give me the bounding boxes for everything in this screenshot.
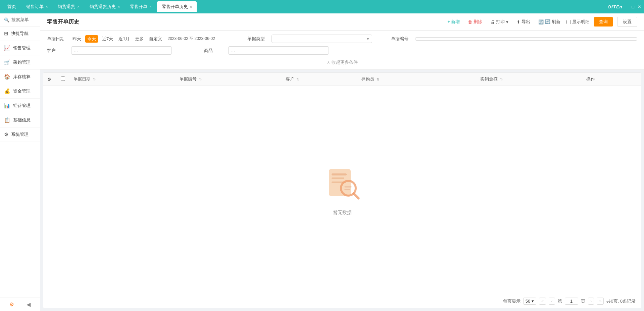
print-dropdown-icon: ▾ <box>506 19 508 24</box>
topbar-right: OfTEn − □ ✕ <box>608 4 641 9</box>
table-header-customer[interactable]: 客户 ⇅ <box>282 73 357 86</box>
date-tab-custom[interactable]: 自定义 <box>148 35 163 43</box>
last-page-btn[interactable]: » <box>597 298 604 305</box>
add-button[interactable]: + 新增 <box>445 17 462 26</box>
print-button[interactable]: 🖨 打印 ▾ <box>488 17 510 26</box>
table-header-settings[interactable]: ⚙ <box>43 73 57 86</box>
tab-sales-return-close[interactable]: × <box>77 5 79 9</box>
settings-button[interactable]: 设置 <box>617 17 637 27</box>
date-tabs: 昨天 今天 近7天 近1月 更多 自定义 2023-06-02 至 2023-0… <box>71 35 215 43</box>
collapse-bar[interactable]: ∧ 收起更多条件 <box>47 58 637 65</box>
doc-type-select[interactable]: ▾ <box>271 35 372 43</box>
filter-area: 单据日期 昨天 今天 近7天 近1月 更多 自定义 2023-06-02 至 2… <box>40 31 644 70</box>
table-header-date[interactable]: 单据日期 ⇅ <box>69 73 175 86</box>
sidebar-settings-icon[interactable]: ⚙ <box>9 301 14 308</box>
tab-retail-order[interactable]: 零售开单 × <box>125 1 156 12</box>
window-close[interactable]: ✕ <box>638 4 641 9</box>
date-tab-today[interactable]: 今天 <box>85 35 98 43</box>
sidebar-item-inventory[interactable]: 🏠 库存核算 <box>0 70 40 84</box>
prev-page-btn[interactable]: ‹ <box>549 298 555 305</box>
sidebar-item-sales-mgmt-label: 销售管理 <box>13 45 31 51</box>
export-button[interactable]: ⬆ 导出 <box>514 17 532 26</box>
sidebar-item-purchase-mgmt-label: 采购管理 <box>13 59 31 65</box>
refresh-button[interactable]: 🔄 🔄 刷新 <box>536 17 562 26</box>
tab-retail-history-close[interactable]: × <box>190 5 192 9</box>
sidebar-item-sys-mgmt-label: 系统管理 <box>11 132 29 138</box>
tab-sales-return-history[interactable]: 销货退货历史 × <box>85 1 125 12</box>
sidebar-search[interactable]: 🔍 搜索菜单 <box>0 13 40 27</box>
page-size-value: 50 <box>526 299 530 304</box>
date-filter-label: 单据日期 <box>47 36 66 42</box>
sidebar-item-sys-mgmt[interactable]: ⚙ 系统管理 <box>0 127 40 142</box>
customer-sort-icon: ⇅ <box>296 77 299 81</box>
goods-input[interactable]: ... <box>228 46 329 55</box>
page-title: 零售开单历史 <box>47 18 79 25</box>
tab-retail-order-close[interactable]: × <box>149 5 151 9</box>
main-layout: 🔍 搜索菜单 ⊞ 快捷导航 📈 销售管理 🛒 采购管理 🏠 库存核算 💰 资金管… <box>0 13 644 311</box>
sidebar-item-basic-info-label: 基础信息 <box>13 117 31 123</box>
doc-no-label: 单据编号 <box>391 36 410 42</box>
inventory-icon: 🏠 <box>4 74 10 80</box>
page-size-select[interactable]: 50 ▾ <box>523 298 536 305</box>
tab-home[interactable]: 首页 <box>3 1 21 12</box>
page-size-label: 每页显示 <box>503 298 521 304</box>
current-page-input[interactable] <box>565 298 578 305</box>
tab-retail-history[interactable]: 零售开单历史 × <box>157 1 197 12</box>
doc-no-sort-icon: ⇅ <box>199 77 202 81</box>
customer-input[interactable]: ... <box>71 46 172 55</box>
svg-rect-1 <box>332 173 347 175</box>
brand-logo: OfTEn <box>608 4 623 9</box>
sidebar-item-operation-label: 经营管理 <box>13 103 31 109</box>
table-header-action: 操作 <box>582 73 641 86</box>
select-all-checkbox[interactable] <box>61 76 65 81</box>
doc-no-input[interactable] <box>415 37 637 41</box>
date-tab-yesterday[interactable]: 昨天 <box>71 35 83 43</box>
delete-label: 删除 <box>474 19 482 25</box>
delete-button[interactable]: 🗑 删除 <box>466 17 484 26</box>
tab-sales-return-history-close[interactable]: × <box>118 5 120 9</box>
svg-rect-2 <box>332 177 344 179</box>
first-page-btn[interactable]: « <box>539 298 546 305</box>
tab-sales-order-close[interactable]: × <box>46 5 48 9</box>
goods-placeholder: ... <box>231 48 235 53</box>
tab-sales-order[interactable]: 销售订单 × <box>21 1 52 12</box>
tab-sales-return[interactable]: 销货退货 × <box>53 1 84 12</box>
table-header-amount[interactable]: 实销金额 ⇅ <box>476 73 582 86</box>
date-tab-1month[interactable]: 近1月 <box>117 35 131 43</box>
next-page-btn[interactable]: › <box>588 298 594 305</box>
table-header-doc-no[interactable]: 单据编号 ⇅ <box>175 73 281 86</box>
sidebar-item-quick-nav[interactable]: ⊞ 快捷导航 <box>0 27 40 41</box>
table-header-guide[interactable]: 导购员 ⇅ <box>357 73 448 86</box>
guide-sort-icon: ⇅ <box>377 77 379 81</box>
date-tab-7days[interactable]: 近7天 <box>101 35 114 43</box>
sidebar-item-operation[interactable]: 📊 经营管理 <box>0 99 40 113</box>
empty-state: 暂无数据 <box>43 86 641 294</box>
show-detail-checkbox[interactable] <box>566 20 571 24</box>
window-maximize[interactable]: □ <box>632 4 634 9</box>
page-label: 第 <box>558 298 562 304</box>
customer-filter-label: 客户 <box>47 48 66 54</box>
sidebar-item-basic-info[interactable]: 📋 基础信息 <box>0 113 40 127</box>
settings-gear-icon[interactable]: ⚙ <box>47 77 51 82</box>
window-minimize[interactable]: − <box>626 4 629 9</box>
pagination: 每页显示 50 ▾ « ‹ 第 页 › » 共0页, 0条记录 <box>43 294 641 308</box>
date-tab-more[interactable]: 更多 <box>134 35 145 43</box>
delete-icon: 🗑 <box>468 19 472 24</box>
tab-sales-return-history-label: 销货退货历史 <box>90 4 116 10</box>
table-header-checkbox[interactable] <box>57 73 69 86</box>
quick-nav-icon: ⊞ <box>4 31 8 37</box>
sidebar-item-sales-mgmt[interactable]: 📈 销售管理 <box>0 41 40 55</box>
print-label: 打印 <box>496 19 505 25</box>
query-button[interactable]: 查询 <box>594 17 613 27</box>
search-icon: 🔍 <box>4 17 9 22</box>
doc-type-label: 单据类型 <box>247 36 266 42</box>
collapse-icon: ∧ <box>327 60 330 65</box>
table-header-row: ⚙ 单据日期 ⇅ 单据编号 ⇅ <box>43 73 641 86</box>
sidebar-item-finance[interactable]: 💰 资金管理 <box>0 84 40 99</box>
sidebar-item-purchase-mgmt[interactable]: 🛒 采购管理 <box>0 55 40 70</box>
show-detail-label: 显示明细 <box>572 19 590 25</box>
show-detail-checkbox-group[interactable]: 显示明细 <box>566 19 590 25</box>
sidebar-item-quick-nav-label: 快捷导航 <box>11 31 29 37</box>
tab-retail-order-label: 零售开单 <box>130 4 147 10</box>
sidebar-collapse-icon[interactable]: ◀ <box>27 301 31 308</box>
